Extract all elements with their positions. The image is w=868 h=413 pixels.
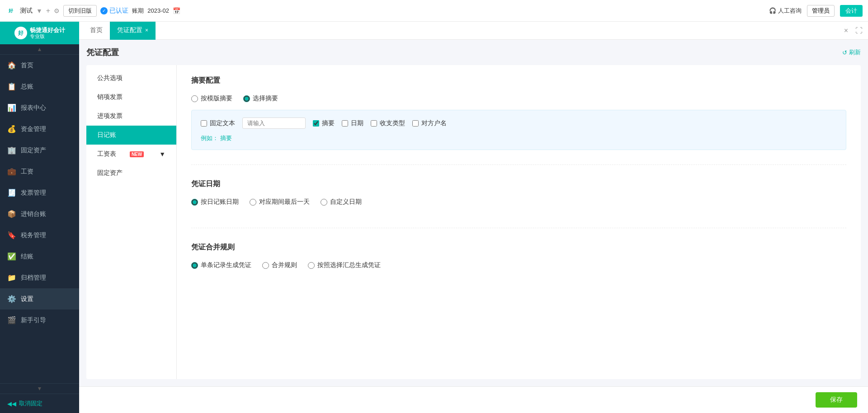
- sidebar-item-1[interactable]: 📋 总账: [0, 76, 79, 97]
- settings-icon[interactable]: ⚙: [54, 7, 60, 14]
- save-button[interactable]: 保存: [816, 392, 857, 408]
- tab-bar-actions: × ⛶: [842, 25, 864, 37]
- merge-rule-option[interactable]: 合并规则: [262, 261, 297, 269]
- refresh-button[interactable]: ↺ 刷新: [842, 48, 861, 56]
- date-checkbox[interactable]: [342, 120, 348, 127]
- close-window-button[interactable]: ×: [842, 25, 850, 37]
- sidebar-item-5[interactable]: 💼 工资: [0, 161, 79, 182]
- date-radio-group: 按日记账日期 对应期间最后一天 自定义日期: [191, 198, 846, 206]
- tab-voucher-config[interactable]: 凭证配置 ×: [110, 22, 156, 40]
- sidebar-label-6: 发票管理: [21, 189, 46, 197]
- sidebar-icon-8: 🔖: [7, 231, 16, 239]
- counterpart-checkbox[interactable]: [412, 120, 419, 127]
- sidebar-label-8: 税务管理: [21, 231, 46, 239]
- config-menu-item-4[interactable]: 工资表 NEW▼: [86, 145, 176, 164]
- config-menu-item-5[interactable]: 固定资产: [86, 164, 176, 183]
- sidebar-label-7: 进销台账: [21, 210, 46, 218]
- config-menu: 公共选项销项发票进项发票日记账工资表 NEW▼固定资产: [86, 65, 177, 379]
- page-title-row: 凭证配置 ↺ 刷新: [86, 47, 861, 58]
- summary-checkbox-item[interactable]: 摘要: [313, 119, 335, 127]
- tab-home[interactable]: 首页: [83, 22, 110, 40]
- summary-options-box: 固定文本 摘要 日期: [191, 110, 846, 150]
- company-name: 测试: [20, 7, 33, 15]
- sidebar-icon-10: 📁: [7, 273, 16, 282]
- date-lastday-option[interactable]: 对应期间最后一天: [250, 198, 310, 206]
- verified-text: 已认证: [109, 7, 128, 15]
- sidebar-item-6[interactable]: 🧾 发票管理: [0, 182, 79, 203]
- date-diary-option[interactable]: 按日记账日期: [191, 198, 239, 206]
- verified-badge: ✓ 已认证: [100, 7, 128, 15]
- summary-checkbox[interactable]: [313, 120, 319, 127]
- sidebar-logo: 好 畅捷通好会计 专业版: [0, 22, 79, 44]
- role-button[interactable]: 管理员: [807, 5, 835, 17]
- sidebar-item-10[interactable]: 📁 归档管理: [0, 267, 79, 288]
- summary-template-option[interactable]: 按模版摘要: [191, 94, 232, 103]
- sidebar-label-5: 工资: [21, 168, 33, 176]
- tab-bar: 首页 凭证配置 × × ⛶: [79, 22, 868, 40]
- fixed-text-input[interactable]: [242, 117, 306, 129]
- sidebar-icon-1: 📋: [7, 82, 16, 91]
- add-icon[interactable]: +: [46, 7, 50, 15]
- sidebar-label-0: 首页: [21, 61, 33, 70]
- cancel-fixed-button[interactable]: ◀◀ 取消固定: [0, 394, 79, 413]
- sidebar-icon-0: 🏠: [7, 61, 16, 70]
- merge-rule-radio[interactable]: [262, 262, 269, 269]
- company-dropdown-icon[interactable]: ▼: [36, 7, 42, 14]
- config-menu-item-0[interactable]: 公共选项: [86, 69, 176, 88]
- fullscreen-button[interactable]: ⛶: [854, 25, 864, 37]
- verified-icon: ✓: [100, 7, 108, 14]
- sidebar-item-0[interactable]: 🏠 首页: [0, 55, 79, 76]
- summary-section: 摘要配置 按模版摘要 选择摘要: [191, 76, 846, 165]
- tab-close-icon[interactable]: ×: [145, 27, 148, 33]
- sidebar-item-3[interactable]: 💰 资金管理: [0, 118, 79, 140]
- sidebar-icon-12: 🎬: [7, 316, 16, 324]
- fixed-text-checkbox-item[interactable]: 固定文本: [201, 119, 235, 127]
- calendar-icon[interactable]: 📅: [173, 7, 180, 14]
- sidebar-icon-4: 🏢: [7, 146, 16, 155]
- merge-single-radio[interactable]: [191, 262, 198, 269]
- accountant-button[interactable]: 会计: [840, 5, 863, 17]
- config-menu-item-2[interactable]: 进项发票: [86, 107, 176, 126]
- merge-summary-radio[interactable]: [308, 262, 315, 269]
- sidebar-label-2: 报表中心: [21, 104, 46, 112]
- date-checkbox-item[interactable]: 日期: [342, 119, 363, 127]
- merge-summary-option[interactable]: 按照选择汇总生成凭证: [308, 261, 381, 269]
- sidebar-item-4[interactable]: 🏢 固定资产: [0, 140, 79, 161]
- sidebar-item-9[interactable]: ✅ 结账: [0, 246, 79, 267]
- sidebar-label-4: 固定资产: [21, 146, 46, 155]
- switch-version-button[interactable]: 切到旧版: [63, 5, 97, 17]
- fixed-text-checkbox[interactable]: [201, 120, 207, 127]
- headset-icon: 🎧: [769, 7, 776, 14]
- sidebar-item-7[interactable]: 📦 进销台账: [0, 203, 79, 225]
- date-custom-radio[interactable]: [321, 199, 327, 206]
- sidebar-icon-11: ⚙️: [7, 295, 16, 303]
- date-lastday-radio[interactable]: [250, 199, 256, 206]
- date-diary-radio[interactable]: [191, 199, 198, 206]
- sidebar-scroll-down[interactable]: ▼: [37, 385, 42, 393]
- merge-section: 凭证合并规则 单条记录生成凭证 合并规则: [191, 243, 846, 291]
- date-custom-option[interactable]: 自定义日期: [321, 198, 362, 206]
- merge-single-option[interactable]: 单条记录生成凭证: [191, 261, 251, 269]
- type-checkbox[interactable]: [371, 120, 377, 127]
- bottom-bar: 保存: [79, 386, 868, 413]
- summary-select-option[interactable]: 选择摘要: [243, 94, 278, 103]
- sidebar: 好 畅捷通好会计 专业版 ▲ 🏠 首页 📋 总账 📊 报表中心 💰 资金管理 🏢…: [0, 22, 79, 413]
- sidebar-item-11[interactable]: ⚙️ 设置: [0, 288, 79, 310]
- merge-radio-group: 单条记录生成凭证 合并规则 按照选择汇总生成凭证: [191, 261, 846, 269]
- summary-example: 例如： 摘要: [201, 134, 837, 142]
- config-menu-item-1[interactable]: 销项发票: [86, 88, 176, 107]
- sidebar-icon-9: ✅: [7, 252, 16, 261]
- summary-select-radio[interactable]: [243, 95, 250, 102]
- type-checkbox-item[interactable]: 收支类型: [371, 119, 405, 127]
- period-label: 账期: [132, 7, 144, 15]
- sidebar-item-12[interactable]: 🎬 新手引导: [0, 310, 79, 331]
- summary-template-radio[interactable]: [191, 95, 198, 102]
- sidebar-item-8[interactable]: 🔖 税务管理: [0, 225, 79, 246]
- consult-button[interactable]: 🎧 人工咨询: [769, 7, 802, 15]
- counterpart-checkbox-item[interactable]: 对方户名: [412, 119, 447, 127]
- sidebar-label-9: 结账: [21, 253, 33, 261]
- summary-radio-group: 按模版摘要 选择摘要: [191, 94, 846, 103]
- config-menu-item-3[interactable]: 日记账: [86, 126, 176, 145]
- sidebar-scroll-up[interactable]: ▲: [37, 45, 42, 53]
- sidebar-item-2[interactable]: 📊 报表中心: [0, 97, 79, 118]
